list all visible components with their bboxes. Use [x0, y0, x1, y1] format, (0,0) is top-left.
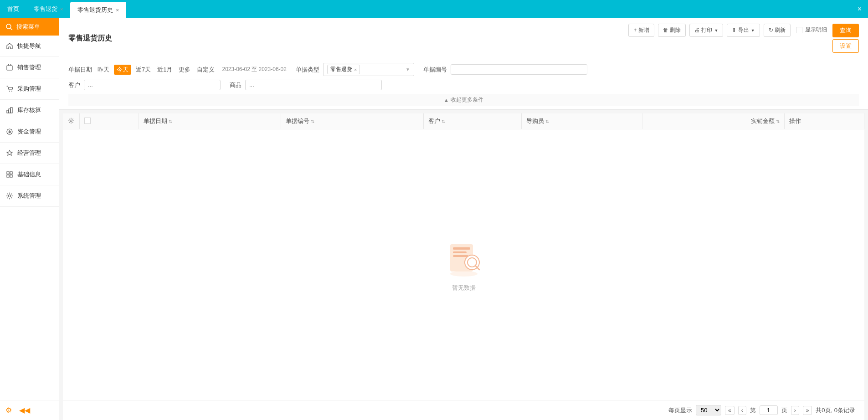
date-opt-custom[interactable]: 自定义	[195, 65, 216, 75]
export-arrow-icon: ▼	[751, 28, 755, 33]
page-title-row: 零售退货历史 + 新增 🗑 删除 🖨 打印 ▼ ⬆ 导出 ▼ ↻ 刷	[68, 24, 859, 53]
date-opt-more[interactable]: 更多	[177, 65, 192, 75]
sidebar-item-operations-label: 经营管理	[17, 149, 41, 157]
next-page-button[interactable]: ›	[791, 406, 799, 415]
page-unit: 页	[781, 406, 787, 415]
sort-amount-icon: ⇅	[776, 119, 780, 124]
data-table: 单据日期 ⇅ 单据编号 ⇅	[63, 113, 864, 129]
svg-rect-10	[10, 172, 12, 174]
table-wrap: 单据日期 ⇅ 单据编号 ⇅	[63, 113, 864, 400]
col-amount[interactable]: 实销金额 ⇅	[642, 113, 785, 129]
sidebar-item-finance[interactable]: 资金管理	[0, 121, 59, 143]
col-number[interactable]: 单据编号 ⇅	[281, 113, 424, 129]
date-opt-1month[interactable]: 近1月	[155, 65, 174, 75]
sidebar-item-base-info-label: 基础信息	[17, 170, 41, 179]
filter-row-2: 客户 商品	[68, 80, 859, 90]
type-filter-label: 单据类型	[296, 66, 319, 74]
col-settings[interactable]	[63, 113, 79, 129]
col-customer-label: 客户	[428, 117, 440, 125]
table-header: 单据日期 ⇅ 单据编号 ⇅	[63, 113, 864, 129]
tab-retail-return-close[interactable]: ×	[60, 6, 63, 12]
svg-rect-19	[453, 255, 468, 257]
tab-home-label: 首页	[7, 5, 19, 13]
show-detail-checkbox[interactable]	[796, 27, 802, 33]
collapse-icon: ▲	[444, 97, 449, 103]
number-filter-label: 单据编号	[423, 66, 447, 74]
delete-button[interactable]: 🗑 删除	[658, 24, 686, 37]
tab-retail-return-history-close[interactable]: ×	[116, 7, 118, 13]
first-page-button[interactable]: «	[725, 406, 734, 415]
ops-icon	[5, 149, 14, 157]
audio-bottom-icon[interactable]: ◀◀	[19, 406, 30, 415]
sidebar-item-sys-mgmt[interactable]: 系统管理	[0, 185, 59, 207]
tab-retail-return-label: 零售退货	[34, 5, 57, 13]
print-button[interactable]: 🖨 打印 ▼	[689, 24, 723, 37]
col-date[interactable]: 单据日期 ⇅	[139, 113, 281, 129]
col-number-label: 单据编号	[286, 117, 309, 125]
customer-filter-input[interactable]	[84, 80, 221, 90]
window-close-button[interactable]: ×	[851, 0, 868, 18]
tab-bar-spacer	[126, 0, 851, 18]
svg-rect-7	[10, 108, 12, 113]
page-number-input[interactable]: 1	[760, 405, 778, 415]
type-tag: 零售退货 ×	[327, 65, 360, 74]
goods-filter-input[interactable]	[245, 80, 382, 90]
tab-retail-return-history[interactable]: 零售退货历史 ×	[70, 2, 126, 18]
svg-point-3	[9, 91, 10, 92]
col-guide-label: 导购员	[526, 117, 544, 125]
content-area: 零售退货历史 + 新增 🗑 删除 🖨 打印 ▼ ⬆ 导出 ▼ ↻ 刷	[59, 18, 868, 420]
svg-point-14	[70, 120, 72, 122]
col-customer[interactable]: 客户 ⇅	[423, 113, 522, 129]
svg-rect-17	[453, 247, 470, 250]
type-tag-close[interactable]: ×	[354, 67, 357, 72]
customer-filter-label: 客户	[68, 81, 80, 89]
sidebar-search-label: 搜索菜单	[16, 23, 40, 31]
finance-icon	[5, 128, 14, 136]
date-range-display: 2023-06-02 至 2023-06-02	[222, 66, 286, 73]
date-opt-today[interactable]: 今天	[114, 65, 131, 75]
type-filter-select[interactable]: 零售退货 × ▼	[323, 63, 414, 76]
sidebar-search[interactable]: 搜索菜单	[0, 18, 59, 36]
col-guide[interactable]: 导购员 ⇅	[522, 113, 642, 129]
tab-retail-return[interactable]: 零售退货 ×	[26, 0, 70, 18]
print-label: 🖨 打印	[694, 26, 712, 34]
svg-point-4	[11, 91, 12, 92]
last-page-button[interactable]: »	[803, 406, 812, 415]
tab-home[interactable]: 首页	[0, 0, 26, 18]
sidebar-item-sales-mgmt[interactable]: 销售管理	[0, 57, 59, 78]
number-filter-input[interactable]	[451, 64, 587, 75]
sidebar-item-quick-nav[interactable]: 快捷导航	[0, 36, 59, 57]
prev-page-button[interactable]: ‹	[738, 406, 746, 415]
date-filter: 单据日期 昨天 今天 近7天 近1月 更多 自定义 2023-06-02 至 2…	[68, 65, 287, 75]
svg-point-13	[9, 195, 11, 197]
sidebar-item-operations[interactable]: 经营管理	[0, 143, 59, 164]
sort-number-icon: ⇅	[311, 119, 314, 124]
type-filter: 单据类型 零售退货 × ▼	[296, 63, 414, 76]
new-button[interactable]: + 新增	[628, 24, 654, 37]
col-amount-label: 实销金额	[751, 117, 775, 125]
date-opt-yesterday[interactable]: 昨天	[96, 65, 111, 75]
export-button[interactable]: ⬆ 导出 ▼	[727, 24, 760, 37]
sidebar-item-purchase-mgmt[interactable]: 采购管理	[0, 78, 59, 100]
refresh-button[interactable]: ↻ 刷新	[764, 24, 791, 37]
empty-text: 暂无数据	[452, 284, 476, 292]
goods-filter-label: 商品	[230, 81, 241, 89]
main-layout: 搜索菜单 快捷导航 销售管理 采购管理 库存核算	[0, 18, 868, 420]
date-opt-7days[interactable]: 近7天	[134, 65, 153, 75]
sidebar-item-base-info[interactable]: 基础信息	[0, 164, 59, 185]
page-header: 零售退货历史 + 新增 🗑 删除 🖨 打印 ▼ ⬆ 导出 ▼ ↻ 刷	[59, 18, 868, 110]
query-button[interactable]: 查询	[832, 24, 859, 37]
collapse-more-conditions[interactable]: ▲ 收起更多条件	[68, 94, 859, 106]
tab-retail-return-history-label: 零售退货历史	[77, 6, 113, 14]
svg-rect-18	[453, 251, 467, 253]
settings-bottom-icon[interactable]: ⚙	[5, 406, 12, 415]
sidebar-item-inventory[interactable]: 库存核算	[0, 100, 59, 121]
show-detail-label: 显示明细	[805, 26, 827, 34]
customer-filter: 客户	[68, 80, 221, 90]
page-size-select[interactable]: 50 100 200	[696, 405, 721, 415]
set-button[interactable]: 设置	[832, 39, 859, 53]
sidebar-item-quick-nav-label: 快捷导航	[17, 42, 41, 50]
date-options: 昨天 今天 近7天 近1月 更多 自定义	[96, 65, 216, 75]
col-checkbox[interactable]	[79, 113, 139, 129]
number-filter: 单据编号	[423, 64, 587, 75]
